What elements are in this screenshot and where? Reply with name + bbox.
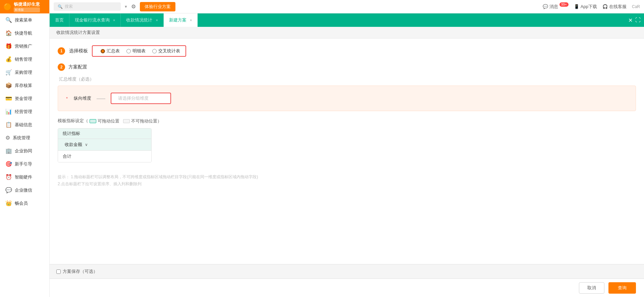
tip2: 2.点击标题栏下拉可设置排序、插入列和删除列 <box>58 181 636 187</box>
sidebar-item-label: 新手引导 <box>15 161 32 167</box>
sidebar-item-system[interactable]: ⚙ 系统管理 <box>0 131 49 144</box>
tab-new-plan-close-icon[interactable]: × <box>190 18 192 22</box>
money-icon: 💰 <box>5 56 12 62</box>
main-area: 🔍 搜索 ▾ ⚙ 体验行业方案 💬 消息 99+ 📱 App下载 🎧 在线客服 … <box>50 0 644 297</box>
tab-collection-stat[interactable]: 收款情况统计 × <box>121 13 163 27</box>
sidebar-item-capital[interactable]: 💳 资金管理 <box>0 92 49 105</box>
card-icon: 💳 <box>5 95 12 102</box>
tip1: 提示： 1.拖动标题栏可以调整布局，不可跨维度或指标区域拖动栏目字段(只能在同一… <box>58 174 636 180</box>
radio-crosstab[interactable]: 交叉统计表 <box>152 48 180 54</box>
table-row: 收款金额 ∨ <box>58 139 151 150</box>
vertical-dimension-label: 纵向维度 <box>74 95 91 101</box>
cancel-button[interactable]: 取消 <box>579 282 604 294</box>
indicators-table: 统计指标 收款金额 ∨ 合计 <box>58 128 152 162</box>
search-icon: 🔍 <box>58 4 63 9</box>
radio-detail-input[interactable] <box>126 49 131 53</box>
message-item[interactable]: 💬 消息 99+ <box>543 4 569 10</box>
indicator-dropdown-icon[interactable]: ∨ <box>85 142 88 147</box>
query-button[interactable]: 查询 <box>608 282 636 294</box>
sidebar-item-sales[interactable]: 💰 销售管理 <box>0 53 49 66</box>
tab-close-all-icon[interactable]: ✕ <box>628 17 633 23</box>
sidebar-item-label: 销售管理 <box>15 56 32 62</box>
sidebar-item-label: 采购管理 <box>15 69 32 76</box>
tips-section: 提示： 1.拖动标题栏可以调整布局，不可跨维度或指标区域拖动栏目字段(只能在同一… <box>58 170 636 192</box>
section1-number: 1 <box>58 47 65 55</box>
message-label: 消息 <box>549 4 558 10</box>
fixed-legend: 不可拖动位置） <box>123 118 162 124</box>
section2: 2 方案配置 汇总维度（必选） * 纵向维度 —— 请选择分组维度 <box>58 63 636 192</box>
box-icon: 📦 <box>5 82 12 89</box>
sidebar-item-basic-info[interactable]: 📋 基础信息 <box>0 118 49 131</box>
radio-detail-label: 明细表 <box>132 48 146 54</box>
dimension-select[interactable]: 请选择分组维度 <box>111 93 171 104</box>
sidebar-item-operation[interactable]: 📊 经营管理 <box>0 105 49 118</box>
target-icon: 🎯 <box>5 161 12 167</box>
sidebar-item-inventory[interactable]: 📦 库存核算 <box>0 79 49 92</box>
sidebar-item-smart-hw[interactable]: ⏰ 智能硬件 <box>0 170 49 184</box>
radio-summary[interactable]: 汇总表 <box>101 48 120 54</box>
page-content: 收款情况统计方案设置 1 选择模板 汇总表 明细表 <box>50 27 644 297</box>
sum-row: 合计 <box>58 150 151 162</box>
sidebar-item-label: 基础信息 <box>15 122 32 128</box>
save-checkbox-text: 方案保存（可选） <box>63 268 98 275</box>
industry-plan-button[interactable]: 体验行业方案 <box>140 2 175 11</box>
sidebar-item-label: 系统管理 <box>13 135 30 141</box>
dropdown-arrow-icon[interactable]: ▾ <box>125 4 127 9</box>
radio-detail[interactable]: 明细表 <box>126 48 146 54</box>
sidebar-item-enterprise[interactable]: 🏢 企业协同 <box>0 144 49 157</box>
radio-summary-label: 汇总表 <box>107 48 120 54</box>
section1-title: 选择模板 <box>69 48 88 54</box>
topbar-search-box[interactable]: 🔍 搜索 <box>54 2 121 11</box>
sidebar-item-quick-nav[interactable]: 🏠 快捷导航 <box>0 27 49 40</box>
dimension-label: 汇总维度（必选） <box>58 76 636 82</box>
section2-header: 2 方案配置 <box>58 63 636 71</box>
sidebar-item-label: 畅会员 <box>15 200 28 206</box>
sidebar-item-label: 企业微信 <box>15 187 32 193</box>
save-checkbox-label[interactable]: 方案保存（可选） <box>56 268 98 275</box>
sidebar-item-marketing[interactable]: 🎁 营销推广 <box>0 40 49 53</box>
tab-collection-stat-close-icon[interactable]: × <box>156 18 158 22</box>
clipboard-icon: 📋 <box>5 121 12 128</box>
form-area: 1 选择模板 汇总表 明细表 交叉统计表 <box>50 39 644 264</box>
tabbar: 首页 现金银行流水查询 × 收款情况统计 × 新建方案 × ✕ ⛶ <box>50 13 644 27</box>
tab-bank-flow-close-icon[interactable]: × <box>113 18 115 22</box>
template-selection-box: 汇总表 明细表 交叉统计表 <box>92 45 186 57</box>
topbar-right: 💬 消息 99+ 📱 App下载 🎧 在线客服 CaR <box>543 4 640 10</box>
sidebar-item-label: 智能硬件 <box>15 174 32 180</box>
sidebar-item-purchase[interactable]: 🛒 采购管理 <box>0 66 49 79</box>
save-checkbox[interactable] <box>56 269 61 274</box>
sidebar-item-enterprise-wechat[interactable]: 💬 企业微信 <box>0 184 49 197</box>
settings-icon[interactable]: ⚙ <box>131 3 136 10</box>
tab-bank-flow[interactable]: 现金银行流水查询 × <box>69 13 121 27</box>
sidebar-item-search-menu[interactable]: 🔍 搜索菜单 <box>0 13 49 27</box>
radio-summary-input[interactable] <box>101 49 105 53</box>
radio-crosstab-input[interactable] <box>152 49 157 53</box>
template-radio-group: 汇总表 明细表 交叉统计表 <box>101 48 180 54</box>
section2-title: 方案配置 <box>68 64 87 70</box>
draggable-legend: 可拖动位置 <box>90 118 121 123</box>
message-icon: 💬 <box>543 4 548 9</box>
page-header: 收款情况统计方案设置 <box>50 27 644 39</box>
online-service-item[interactable]: 🎧 在线客服 <box>602 4 627 10</box>
sidebar-item-member[interactable]: 👑 畅会员 <box>0 197 49 210</box>
app-download-item[interactable]: 📱 App下载 <box>574 4 597 10</box>
dimension-label-text: 汇总维度（必选） <box>59 77 94 82</box>
tab-expand-icon[interactable]: ⛶ <box>635 17 641 23</box>
app-icon: 📱 <box>574 4 579 9</box>
logo-badge: 标准版 <box>14 7 40 12</box>
sidebar: 🟠 畅捷通好生意 标准版 🔍 搜索菜单 🏠 快捷导航 🎁 营销推广 💰 销售管理… <box>0 0 50 297</box>
tab-home[interactable]: 首页 <box>50 13 69 27</box>
required-marker: * <box>66 96 68 101</box>
cart-icon: 🛒 <box>5 69 12 76</box>
dimension-row: * 纵向维度 —— 请选择分组维度 <box>66 93 628 104</box>
sidebar-item-label: 搜索菜单 <box>15 17 32 23</box>
indicators-label: 模板指标设定（ 可拖动位置 不可拖动位置） <box>58 118 162 124</box>
gift-icon: 🎁 <box>5 43 12 49</box>
fixed-box-icon <box>123 119 130 123</box>
section2-number: 2 <box>58 63 65 71</box>
tab-bank-flow-label: 现金银行流水查询 <box>75 17 110 23</box>
indicators-header: 模板指标设定（ 可拖动位置 不可拖动位置） <box>58 118 636 124</box>
app-download-label: App下载 <box>581 4 597 10</box>
sidebar-item-newbie[interactable]: 🎯 新手引导 <box>0 157 49 170</box>
tab-new-plan[interactable]: 新建方案 × <box>164 13 198 27</box>
